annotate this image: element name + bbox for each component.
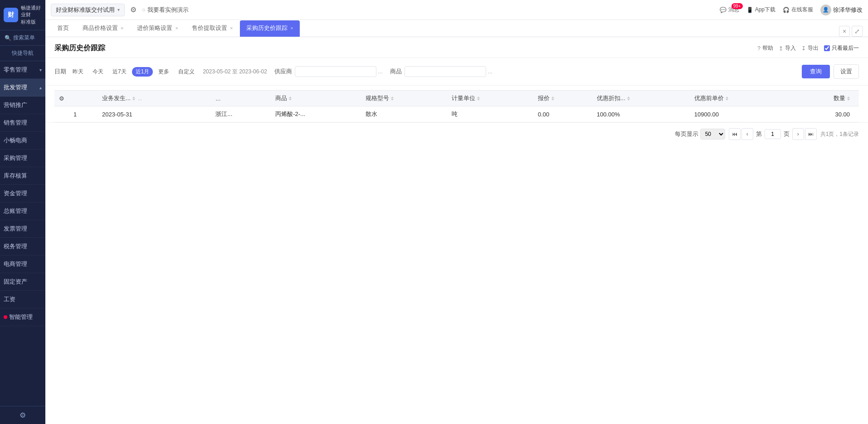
th-pre-discount-price[interactable]: 优惠前单价 bbox=[690, 91, 790, 106]
quick-nav[interactable]: 快捷导航 bbox=[0, 46, 45, 61]
date-option-yesterday[interactable]: 昨天 bbox=[69, 67, 87, 77]
th-quantity[interactable]: 数量 bbox=[790, 91, 859, 106]
sort-icon-discount bbox=[627, 96, 630, 101]
tab-close-purchase-strategy[interactable]: × bbox=[175, 26, 178, 31]
data-table: ⚙ 业务发生... ... bbox=[54, 90, 859, 122]
sidebar-item-smart[interactable]: 智能管理 bbox=[0, 308, 45, 326]
sidebar-item-finance[interactable]: 资金管理 bbox=[0, 185, 45, 202]
query-button[interactable]: 查询 bbox=[802, 65, 830, 78]
th-discount[interactable]: 优惠折扣... bbox=[592, 91, 690, 106]
settings-icon[interactable]: ⚙ bbox=[20, 411, 26, 419]
last-only-label: 只看最后一 bbox=[832, 44, 859, 52]
th-settings[interactable]: ⚙ bbox=[54, 91, 69, 106]
sort-icon-spec bbox=[391, 96, 394, 101]
supplier-dots[interactable]: ... bbox=[378, 68, 383, 75]
product-input-wrap: ... bbox=[405, 66, 493, 77]
tab-home[interactable]: 首页 bbox=[51, 20, 75, 37]
th-spec[interactable]: 规格型号 bbox=[361, 91, 447, 106]
tab-close-purchase-history[interactable]: × bbox=[290, 26, 293, 31]
online-service-button[interactable]: 🎧 在线客服 bbox=[783, 6, 813, 14]
sidebar-item-inventory[interactable]: 库存核算 bbox=[0, 167, 45, 185]
sidebar-item-ecommerce[interactable]: 电商管理 bbox=[0, 255, 45, 273]
demo-icon: ○ bbox=[142, 6, 146, 13]
th-extra-business-date[interactable]: ... bbox=[138, 96, 142, 101]
product-dots[interactable]: ... bbox=[488, 68, 493, 75]
sidebar-item-sales[interactable]: 销售管理 bbox=[0, 114, 45, 132]
supplier-input-wrap: ... bbox=[295, 66, 383, 77]
pagination: 每页显示 50 20 100 200 ⏮ ‹ 第 页 › ⏭ 共1页，1条记录 bbox=[45, 122, 868, 145]
tab-sale-price[interactable]: 售价提取设置 × bbox=[185, 20, 239, 37]
cell-spec: 散水 bbox=[361, 106, 447, 122]
cell-unit: 吨 bbox=[447, 106, 533, 122]
tab-close-panel-button[interactable]: × bbox=[839, 26, 850, 37]
cell-discount: 100.00% bbox=[592, 106, 690, 122]
sidebar-item-fixed-assets[interactable]: 固定资产 bbox=[0, 273, 45, 291]
sort-icon-quantity bbox=[847, 96, 850, 101]
sidebar-item-ecommerce-small[interactable]: 小畅电商 bbox=[0, 132, 45, 149]
user-menu[interactable]: 👤 徐泽华修改 bbox=[820, 5, 863, 15]
th-price[interactable]: 报价 bbox=[533, 91, 592, 106]
chevron-down-icon: ▾ bbox=[39, 67, 42, 72]
th-product[interactable]: 商品 bbox=[271, 91, 361, 106]
avatar: 👤 bbox=[820, 5, 831, 15]
page-next-button[interactable]: › bbox=[792, 128, 804, 140]
page-input[interactable] bbox=[765, 129, 781, 139]
sidebar-item-invoice[interactable]: 发票管理 bbox=[0, 220, 45, 238]
page-prev-button[interactable]: ‹ bbox=[741, 128, 753, 140]
topbar-settings-icon[interactable]: ⚙ bbox=[130, 5, 137, 14]
cell-business-date: 2023-05-31 bbox=[98, 106, 211, 122]
version-select[interactable]: 好业财标准版交付试用 ▾ bbox=[51, 4, 125, 16]
help-button[interactable]: ? 帮助 bbox=[757, 44, 773, 52]
sidebar-item-tax[interactable]: 税务管理 bbox=[0, 238, 45, 255]
column-settings-icon: ⚙ bbox=[59, 95, 64, 102]
supplier-input[interactable] bbox=[295, 66, 376, 77]
cell-pre-discount-price: 10900.00 bbox=[690, 106, 790, 122]
sort-icon-unit bbox=[477, 96, 480, 101]
sidebar-item-retail[interactable]: 零售管理 ▾ bbox=[0, 61, 45, 79]
import-icon: ↥ bbox=[779, 45, 783, 52]
sort-icon-business-date bbox=[132, 96, 135, 101]
last-only-checkbox[interactable] bbox=[824, 45, 830, 51]
tab-price-settings[interactable]: 商品价格设置 × bbox=[76, 20, 130, 37]
th-index bbox=[69, 91, 98, 106]
import-button[interactable]: ↥ 导入 bbox=[779, 44, 796, 52]
product-input[interactable] bbox=[405, 66, 486, 77]
date-option-today[interactable]: 今天 bbox=[89, 67, 107, 77]
tab-close-price-settings[interactable]: × bbox=[121, 26, 123, 31]
indicator-dot bbox=[4, 315, 7, 319]
sidebar-item-wholesale[interactable]: 批发管理 ▴ bbox=[0, 79, 45, 96]
date-option-more[interactable]: 更多 bbox=[155, 67, 173, 77]
page-last-button[interactable]: ⏭ bbox=[805, 128, 817, 140]
app-download-button[interactable]: 📱 App下载 bbox=[746, 6, 775, 14]
page-header-actions: ? 帮助 ↥ 导入 ↧ 导出 只看最后一 bbox=[757, 44, 859, 52]
page-first-button[interactable]: ⏮ bbox=[729, 128, 741, 140]
filter-actions: 查询 设置 bbox=[802, 64, 859, 79]
tab-purchase-history[interactable]: 采购历史价跟踪 × bbox=[240, 20, 299, 37]
date-filter-group: 日期 昨天 今天 近7天 近1月 更多 自定义 2023-05-02 至 202… bbox=[54, 67, 267, 77]
per-page-select-wrap: 每页显示 50 20 100 200 bbox=[675, 129, 725, 140]
sidebar-item-purchase[interactable]: 采购管理 bbox=[0, 149, 45, 167]
tab-purchase-strategy[interactable]: 进价策略设置 × bbox=[131, 20, 184, 37]
demo-button[interactable]: ○ 我要看实例演示 bbox=[142, 6, 189, 14]
sidebar-item-marketing[interactable]: 营销推广 bbox=[0, 96, 45, 114]
sidebar-item-salary[interactable]: 工资 bbox=[0, 291, 45, 308]
th-supplier[interactable]: ... bbox=[211, 91, 271, 106]
messages-button[interactable]: 💬 消息 99+ bbox=[720, 6, 739, 14]
settings-button[interactable]: 设置 bbox=[834, 64, 859, 79]
per-page-select[interactable]: 50 20 100 200 bbox=[700, 129, 725, 140]
export-button[interactable]: ↧ 导出 bbox=[801, 44, 819, 52]
sort-icon-pre-discount bbox=[726, 96, 728, 101]
topbar: 好业财标准版交付试用 ▾ ⚙ ○ 我要看实例演示 💬 消息 99+ 📱 App下… bbox=[45, 0, 868, 20]
cell-supplier: 浙江... bbox=[211, 106, 271, 122]
date-option-last7days[interactable]: 近7天 bbox=[109, 67, 130, 77]
sort-icon-product bbox=[289, 96, 292, 101]
date-option-last1month[interactable]: 近1月 bbox=[132, 67, 153, 77]
tab-expand-button[interactable]: ⤢ bbox=[852, 26, 863, 37]
sidebar-search[interactable]: 🔍 搜索菜单 bbox=[0, 30, 45, 46]
date-option-custom[interactable]: 自定义 bbox=[175, 67, 198, 77]
th-business-date[interactable]: 业务发生... ... bbox=[98, 91, 211, 106]
tab-close-sale-price[interactable]: × bbox=[230, 26, 233, 31]
th-unit[interactable]: 计量单位 bbox=[447, 91, 533, 106]
page-label: 第 bbox=[756, 130, 762, 138]
sidebar-item-general-ledger[interactable]: 总账管理 bbox=[0, 202, 45, 220]
